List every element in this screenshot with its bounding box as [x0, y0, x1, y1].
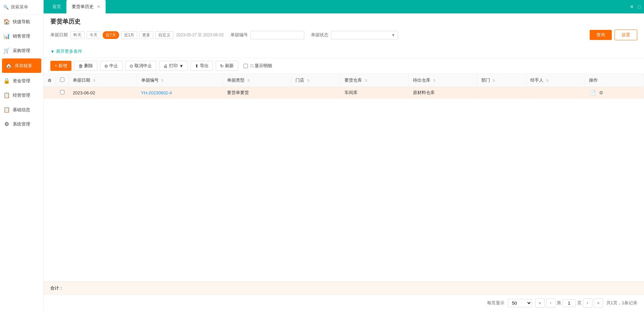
row-checkbox-cell[interactable]	[56, 87, 69, 99]
sidebar-item-finance[interactable]: 🔒 资金管理	[0, 74, 43, 88]
query-button[interactable]: 查询	[590, 30, 612, 40]
next-page-btn[interactable]: ›	[583, 298, 592, 308]
col-handler[interactable]: 经手人 ⇅	[526, 74, 585, 87]
last-page-btn[interactable]: »	[594, 298, 603, 308]
per-page-select[interactable]: 50 100 200	[508, 299, 532, 307]
window-maximize-icon[interactable]: □	[638, 4, 641, 9]
display-detail-toggle[interactable]: □ 显示明细	[244, 63, 272, 69]
date-btn-today[interactable]: 今天	[87, 31, 101, 39]
prev-page-btn[interactable]: ‹	[546, 298, 555, 308]
docstatus-select[interactable]	[331, 31, 398, 39]
page-number-input[interactable]	[562, 299, 576, 307]
print-button[interactable]: 🖨 打印 ▼	[159, 61, 188, 71]
col-department[interactable]: 部门 ⇅	[477, 74, 526, 87]
sidebar-item-label: 采购管理	[13, 48, 30, 54]
data-table: ⚙ 单据日期 ⇅ 单据编号 ⇅ 单据类型	[44, 74, 644, 99]
row-req-warehouse: 车间库	[340, 87, 409, 99]
col-pending-warehouse[interactable]: 待出仓库 ⇅	[409, 74, 477, 87]
sidebar-search-label: 搜索菜单	[11, 4, 28, 10]
col-store[interactable]: 门店 ⇅	[291, 74, 340, 87]
sidebar-item-basic[interactable]: 📋 基础信息	[0, 102, 43, 117]
sidebar-item-operation[interactable]: 📋 经营管理	[0, 88, 43, 102]
date-btn-yesterday[interactable]: 昨天	[70, 31, 85, 39]
sidebar-item-inventory[interactable]: 🏠 库存核算	[2, 58, 41, 73]
sort-handler-icon: ⇅	[546, 79, 549, 82]
col-store-label: 门店	[296, 78, 304, 83]
cancel-stop-label: 取消中止	[135, 63, 152, 69]
tab-requisition-history[interactable]: 要货单历史 ✕	[66, 0, 106, 13]
sidebar-item-label: 系统管理	[13, 121, 30, 127]
print-arrow-icon: ▼	[179, 63, 183, 69]
refresh-label: 刷新	[225, 63, 234, 69]
display-detail-checkbox[interactable]	[244, 64, 248, 68]
filter-date-group: 单据日期 昨天 今天 近7天 近1月 更多 自定义 2023-05-27 至 2…	[50, 31, 224, 39]
docstatus-filter-label: 单据状态	[311, 32, 328, 38]
row-edit-icon[interactable]: ⚙	[599, 90, 603, 95]
col-pending-warehouse-label: 待出仓库	[413, 78, 430, 83]
row-settings-icon	[44, 87, 56, 99]
filter-row: 单据日期 昨天 今天 近7天 近1月 更多 自定义 2023-05-27 至 2…	[50, 31, 398, 39]
expand-more-btn[interactable]: ▼ 展开更多条件	[50, 48, 82, 54]
row-doc-type: 要货单要货	[223, 87, 291, 99]
refresh-button[interactable]: ↻ 刷新	[216, 61, 238, 71]
col-doc-type[interactable]: 单据类型 ⇅	[223, 74, 291, 87]
purchase-icon: 🛒	[3, 47, 10, 54]
sidebar-item-system[interactable]: ⚙ 系统管理	[0, 117, 43, 131]
sidebar-item-label: 经营管理	[13, 92, 30, 98]
delete-icon: 🗑	[78, 63, 83, 69]
col-checkbox[interactable]	[56, 74, 69, 87]
main-area: 首页 要货单历史 ✕ ✕ □ 要货单历史 单据日期 昨天	[44, 0, 644, 311]
topbar-right: ✕ □	[630, 4, 641, 9]
page-title: 要货单历史	[50, 17, 637, 26]
sidebar-item-purchase[interactable]: 🛒 采购管理	[0, 43, 43, 58]
tab-requisition-label: 要货单历史	[72, 4, 94, 10]
cancel-stop-button[interactable]: ⊙ 取消中止	[125, 61, 156, 71]
pagination-bar: 每页显示 50 100 200 « ‹ 第 页 › » 共1页，1条记录	[44, 295, 644, 311]
finance-icon: 🔒	[3, 78, 10, 84]
stop-button[interactable]: ⊘ 中止	[100, 61, 122, 71]
col-doc-date[interactable]: 单据日期 ⇅	[69, 74, 137, 87]
sidebar-item-label: 库存核算	[15, 63, 32, 69]
date-btn-custom[interactable]: 自定义	[155, 31, 173, 39]
delete-button[interactable]: 🗑 删除	[74, 61, 97, 71]
doc-number-link[interactable]: YH-20230602-4	[141, 90, 172, 95]
select-all-checkbox[interactable]	[60, 78, 64, 82]
docnumber-filter-label: 单据编号	[230, 32, 248, 38]
row-doc-date: 2023-06-02	[69, 87, 137, 99]
date-btn-more[interactable]: 更多	[139, 31, 153, 39]
sidebar-item-sales[interactable]: 📊 销售管理	[0, 29, 43, 43]
display-detail-label: □ 显示明细	[251, 63, 272, 69]
cancel-stop-icon: ⊙	[129, 63, 133, 69]
date-btn-7days[interactable]: 近7天	[103, 31, 119, 39]
tab-home[interactable]: 首页	[47, 0, 66, 13]
per-page-label: 每页显示	[487, 300, 504, 306]
expand-down-icon: ▼	[50, 49, 55, 54]
stop-label: 中止	[109, 63, 118, 69]
row-operation-cell: 📄 ⚙	[585, 87, 644, 99]
col-doc-number-label: 单据编号	[141, 78, 159, 83]
new-button[interactable]: + 新增	[50, 61, 71, 71]
col-settings[interactable]: ⚙	[44, 74, 56, 87]
col-req-warehouse[interactable]: 要货仓库 ⇅	[340, 74, 409, 87]
export-button[interactable]: ⬆ 导出	[191, 61, 213, 71]
sort-doc-type-icon: ⇅	[247, 79, 250, 82]
setting-button[interactable]: 设置	[614, 30, 637, 40]
sidebar-item-label: 资金管理	[13, 78, 30, 84]
print-icon: 🖨	[163, 63, 168, 69]
docnumber-input[interactable]	[251, 31, 304, 39]
page-label: 第	[557, 300, 561, 306]
page-content: 要货单历史 单据日期 昨天 今天 近7天 近1月 更多 自定义	[44, 13, 644, 311]
date-btn-1month[interactable]: 近1月	[121, 31, 138, 39]
total-info: 共1页，1条记录	[606, 300, 637, 306]
tab-close-icon[interactable]: ✕	[97, 4, 100, 9]
page-header-area: 要货单历史 单据日期 昨天 今天 近7天 近1月 更多 自定义	[44, 13, 644, 58]
row-view-icon[interactable]: 📄	[590, 90, 596, 95]
first-page-btn[interactable]: «	[535, 298, 545, 308]
row-store	[291, 87, 340, 99]
sidebar-search[interactable]: 🔍 搜索菜单	[0, 0, 43, 14]
row-doc-number[interactable]: YH-20230602-4	[137, 87, 223, 99]
col-doc-number[interactable]: 单据编号 ⇅	[137, 74, 223, 87]
sidebar-item-quick-nav[interactable]: 🏠 快捷导航	[0, 14, 43, 29]
window-close-icon[interactable]: ✕	[630, 4, 634, 9]
row-checkbox[interactable]	[60, 90, 64, 94]
